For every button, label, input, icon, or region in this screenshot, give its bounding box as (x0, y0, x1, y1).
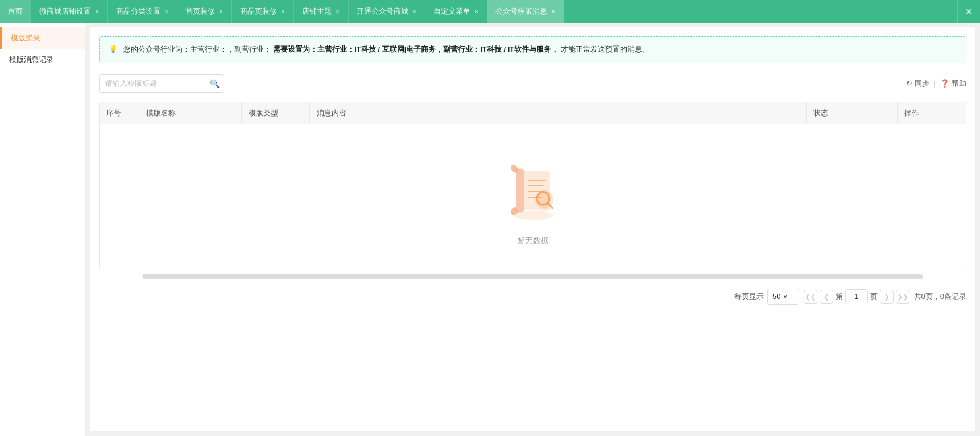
search-icon[interactable]: 🔍 (210, 79, 220, 88)
nav-tab-open-mall[interactable]: 开通公众号商城 ✕ (349, 0, 425, 23)
close-all-tabs-button[interactable]: ✕ (957, 0, 980, 23)
page-size-select: 每页显示 50 ∨ (734, 289, 799, 305)
th-action: 操作 (898, 102, 966, 124)
page-size-label: 每页显示 (734, 292, 764, 302)
close-tab-custom-menu[interactable]: ✕ (474, 9, 479, 15)
th-index: 序号 (100, 102, 139, 124)
help-icon: ❓ (940, 79, 949, 88)
empty-state: 暂无数据 (100, 124, 966, 269)
close-all-icon: ✕ (965, 6, 973, 17)
search-left: 🔍 (99, 74, 224, 93)
sync-button[interactable]: ↻ 同步 (906, 78, 929, 89)
pagination: 每页显示 50 ∨ ❮❮ ❮ 第 页 ❯ (99, 283, 966, 307)
nav-tab-home-deco[interactable]: 首页装修 ✕ (177, 0, 232, 23)
next-page-icon: ❯ (884, 293, 890, 301)
main-layout: 模版消息 模版消息记录 💡 您的公众号行业为：主营行业：，副营行业： 需要设置为… (0, 23, 980, 436)
dropdown-arrow-icon: ∨ (783, 293, 787, 300)
th-type: 模版类型 (242, 102, 310, 124)
notice-suffix: 才能正常发送预置的消息。 (561, 45, 650, 53)
nav-tab-custom-menu[interactable]: 自定义菜单 ✕ (425, 0, 487, 23)
nav-tab-store-theme[interactable]: 店铺主题 ✕ (294, 0, 349, 23)
nav-tab-home[interactable]: 首页 (0, 0, 31, 23)
help-button[interactable]: ❓ 帮助 (940, 78, 966, 89)
search-input[interactable] (99, 74, 224, 93)
content-area: 💡 您的公众号行业为：主营行业：，副营行业： 需要设置为：主营行业：IT科技 /… (90, 27, 975, 431)
search-input-wrap: 🔍 (99, 74, 224, 93)
nav-tab-wshop-settings[interactable]: 微商城店铺设置 ✕ (31, 0, 108, 23)
toolbar-right: ↻ 同步 | ❓ 帮助 (906, 78, 966, 89)
sidebar: 模版消息 模版消息记录 (0, 23, 85, 436)
next-page-button[interactable]: ❯ (880, 290, 894, 304)
notice-box: 💡 您的公众号行业为：主营行业：，副营行业： 需要设置为：主营行业：IT科技 /… (99, 36, 966, 63)
notice-prefix: 您的公众号行业为：主营行业：，副营行业： (123, 45, 271, 53)
page-total: 共0页，0条记录 (914, 292, 966, 302)
last-page-icon: ❯❯ (897, 293, 908, 301)
page-size-dropdown[interactable]: 50 ∨ (767, 289, 799, 305)
divider: | (934, 79, 936, 88)
horizontal-scrollbar[interactable] (142, 274, 923, 279)
first-page-button[interactable]: ❮❮ (804, 290, 817, 304)
page-word: 第 (836, 292, 843, 302)
empty-illustration (499, 159, 567, 227)
scroll-bar-wrap (99, 269, 966, 283)
close-tab-open-mall[interactable]: ✕ (412, 9, 417, 15)
page-nav: ❮❮ ❮ 第 页 ❯ ❯❯ (804, 289, 909, 304)
data-table: 序号 模版名称 模版类型 消息内容 状态 操作 (99, 102, 966, 269)
sidebar-item-template-message-record[interactable]: 模版消息记录 (0, 49, 85, 70)
sidebar-item-template-message[interactable]: 模版消息 (0, 27, 85, 49)
page-unit: 页 (870, 292, 878, 302)
th-status: 状态 (807, 102, 898, 124)
last-page-button[interactable]: ❯❯ (896, 290, 909, 304)
sync-icon: ↻ (906, 79, 912, 88)
close-tab-home-deco[interactable]: ✕ (218, 9, 224, 15)
prev-page-button[interactable]: ❮ (820, 290, 833, 304)
first-page-icon: ❮❮ (805, 293, 816, 301)
svg-point-0 (513, 211, 553, 220)
nav-tab-product-deco[interactable]: 商品页装修 ✕ (232, 0, 294, 23)
empty-text: 暂无数据 (517, 236, 549, 246)
nav-tab-template-msg[interactable]: 公众号模版消息 ✕ (487, 0, 564, 23)
th-name: 模版名称 (139, 102, 242, 124)
close-tab-wshop[interactable]: ✕ (94, 9, 100, 15)
close-tab-category[interactable]: ✕ (164, 9, 169, 15)
nav-tab-category[interactable]: 商品分类设置 ✕ (108, 0, 177, 23)
top-nav: 首页 微商城店铺设置 ✕ 商品分类设置 ✕ 首页装修 ✕ 商品页装修 ✕ 店铺主… (0, 0, 980, 23)
th-content: 消息内容 (310, 102, 807, 124)
notice-highlight: 需要设置为：主营行业：IT科技 / 互联网|电子商务，副营行业：IT科技 / I… (273, 45, 559, 53)
notice-icon: 💡 (109, 45, 118, 53)
close-tab-product-deco[interactable]: ✕ (280, 9, 286, 15)
search-bar: 🔍 ↻ 同步 | ❓ 帮助 (99, 74, 966, 93)
table-header: 序号 模版名称 模版类型 消息内容 状态 操作 (100, 102, 966, 124)
page-number-input[interactable] (845, 289, 868, 304)
prev-page-icon: ❮ (824, 293, 829, 301)
close-tab-template-msg[interactable]: ✕ (551, 9, 556, 15)
close-tab-store-theme[interactable]: ✕ (335, 9, 340, 15)
